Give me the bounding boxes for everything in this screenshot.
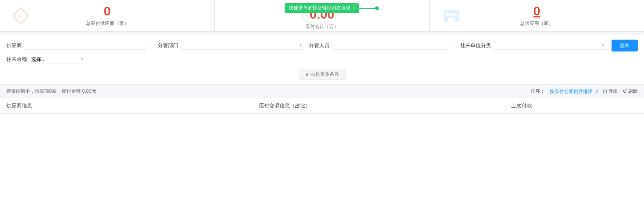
refresh-btn[interactable]: ↺ 刷新 [623,88,638,95]
building-icon [442,7,461,25]
stat-total-suppliers: 0 总供应商（家） [430,0,644,31]
diamond-icon: ¥ [12,7,29,25]
table-header: 供应商信息 应付交易信息（占比） 上次付款 [0,98,644,114]
result-info: 搜索结果中，供应商0家 应付金额 0.00元 [6,88,96,95]
result-bar: 搜索结果中，供应商0家 应付金额 0.00元 排序： 按应付会额倒序排序 ⊡ 导… [0,85,644,98]
filter-balance: 往来余额 选择... ▼ [6,55,86,63]
sort-select[interactable]: 按应付会额倒序排序 [550,89,598,94]
person-input[interactable] [332,42,448,50]
dept-select-wrapper: ▼ [181,42,304,50]
filter-bar: 供应商 ··· 分管部门 ▼ 分管人员 ··· 往来单位分类 [0,35,644,85]
collapse-btn[interactable]: ∧ 收起更多条件 [299,69,346,80]
filter-unit-class: 往来单位分类 ▼ [460,42,607,50]
col-lastpay-header: 上次付款 [511,102,638,109]
table-body [0,114,644,204]
result-actions: 排序： 按应付会额倒序排序 ⊡ 导出 ↺ 刷新 [531,88,638,95]
refresh-icon: ↺ [623,88,627,94]
svg-rect-8 [448,18,455,22]
person-more-btn[interactable]: ··· [451,42,455,49]
export-btn[interactable]: ⊡ 导出 [603,88,618,95]
unit-select-wrapper: ▼ [493,42,607,50]
balance-select-wrapper: 选择... ▼ [29,55,86,63]
svg-rect-5 [446,13,449,16]
sort-wrapper[interactable]: 按应付会额倒序排序 [550,89,598,94]
col-supplier-header: 供应商信息 [6,102,259,109]
query-button[interactable]: 查询 [612,40,638,51]
tooltip-close-btn[interactable]: × [353,6,355,11]
dept-filter-label: 分管部门 [158,42,178,49]
tooltip-dot [375,6,379,10]
collapse-label: 收起更多条件 [311,71,339,78]
svg-text:¥: ¥ [308,13,312,19]
balance-filter-label: 往来余额 [6,56,27,63]
stat-total-payable-suppliers: ¥ 0 总应付供应商（家） [0,0,215,31]
collapse-icon: ∧ [305,72,309,77]
tooltip-text: 快速录单的快捷键说明在这里 [289,5,351,11]
svg-rect-6 [450,13,453,16]
table-area: 供应商信息 应付交易信息（占比） 上次付款 [0,98,644,204]
export-icon: ⊡ [603,88,607,94]
filter-row-2: 往来余额 选择... ▼ [6,55,638,63]
stat-payable-suppliers-number: 0 [86,4,129,18]
stat-total-suppliers-number: 0 [520,4,553,18]
dept-select[interactable] [181,42,304,49]
filter-dept: 分管部门 ▼ [158,42,304,50]
stat-payable-suppliers-label: 总应付供应商（家） [86,20,129,27]
filter-person: 分管人员 ··· [309,42,455,50]
result-text: 搜索结果中，供应商0家 [6,88,57,94]
supplier-filter-label: 供应商 [6,42,22,49]
stat-total-suppliers-label: 总供应商（家） [520,20,553,27]
svg-rect-7 [454,13,457,16]
balance-select[interactable]: 选择... [29,55,86,63]
supplier-more-btn[interactable]: ··· [148,42,153,49]
supplier-input[interactable] [24,42,146,50]
collapse-row: ∧ 收起更多条件 [6,67,638,83]
stat-payable-total: 快速录单的快捷键说明在这里 × ¥ 0.00 应付合计（万） [215,0,429,31]
sort-label: 排序： [531,88,545,95]
filter-supplier: 供应商 ··· [6,42,153,50]
unit-filter-label: 往来单位分类 [460,42,491,49]
person-filter-label: 分管人员 [309,42,330,49]
filter-row-1: 供应商 ··· 分管部门 ▼ 分管人员 ··· 往来单位分类 [6,40,638,51]
result-amount: 应付金额 0.00元 [62,88,96,94]
tooltip-bubble: 快速录单的快捷键说明在这里 × [285,3,359,13]
unit-select[interactable] [493,42,607,49]
stats-bar: ¥ 0 总应付供应商（家） 快速录单的快捷键说明在这里 × ¥ 0.00 应付合… [0,0,644,32]
svg-text:¥: ¥ [19,13,22,19]
col-payable-header: 应付交易信息（占比） [259,102,512,109]
